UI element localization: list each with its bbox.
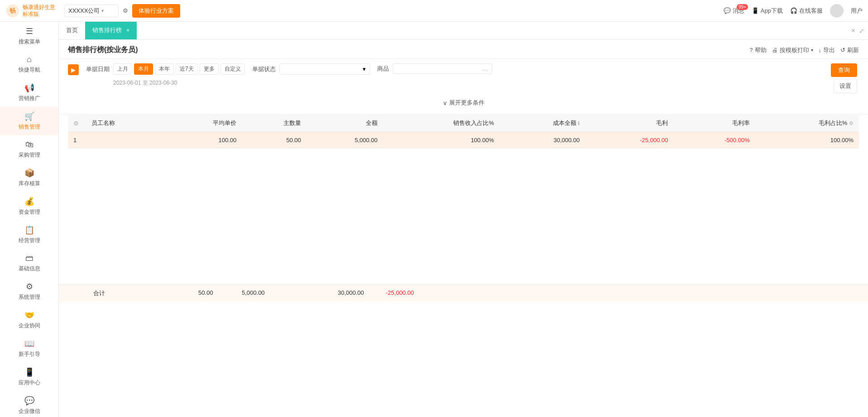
table-footer: 合计 50.00 5,000.00 30,000.00 -25,000.00 <box>59 284 868 302</box>
logo: 畅 畅康通好生意 标准版 <box>5 4 55 18</box>
expand-row: ∨ 展开更多条件 <box>68 96 859 110</box>
query-button[interactable]: 查询 <box>831 63 857 77</box>
sidebar-item-system[interactable]: ⚙ 系统管理 <box>0 277 58 306</box>
help-label: 帮助 <box>755 46 767 54</box>
sidebar-item-quick-nav[interactable]: ⌂ 快捷导航 <box>0 50 58 78</box>
expand-more-button[interactable]: ∨ 展开更多条件 <box>443 99 484 107</box>
logo-icon: 畅 <box>5 4 20 18</box>
sidebar-item-label: 营销推广 <box>19 95 40 102</box>
goods-filter-group: 商品 … <box>377 63 492 74</box>
export-icon: ↓ <box>819 47 822 53</box>
user-name: 用户 <box>851 7 863 15</box>
sidebar-item-label: 库存核算 <box>19 180 40 187</box>
sidebar-item-label: 应用中心 <box>19 379 40 387</box>
cell-gross-margin: -500.00% <box>673 132 755 149</box>
status-select[interactable]: ▾ <box>279 63 370 75</box>
export-label: 导出 <box>823 46 835 54</box>
refresh-button[interactable]: ↺ 刷新 <box>840 46 859 54</box>
chevron-down-icon: ▾ <box>101 8 104 13</box>
app-download-label: App下载 <box>761 7 783 15</box>
footer-amount: 5,000.00 <box>242 289 283 297</box>
sidebar-item-search-orders[interactable]: ☰ 搜索菜单 <box>0 22 58 50</box>
tab-bar-close-icon[interactable]: × <box>851 27 855 35</box>
table-settings-icon[interactable]: ⚙ <box>73 120 79 127</box>
sidebar-item-label: 企业微信 <box>19 407 40 415</box>
avatar <box>830 4 844 18</box>
col-quantity: 主数量 <box>242 115 307 132</box>
date-btn-this-month[interactable]: 本月 <box>134 63 153 75</box>
page-actions: ? 帮助 🖨 按模板打印 ▾ ↓ 导出 ↺ 刷新 <box>749 46 859 54</box>
guide-icon: 📖 <box>24 339 34 349</box>
company-selector[interactable]: XXXXX公司 ▾ <box>64 5 119 17</box>
col-settings: ⚙ <box>68 115 86 132</box>
cell-gp-pct: 100.00% <box>755 132 859 149</box>
sidebar-item-marketing[interactable]: 📢 营销推广 <box>0 78 58 107</box>
tab-close-icon[interactable]: × <box>126 27 129 34</box>
message-icon: 💬 <box>724 7 731 14</box>
tab-bar-expand-icon[interactable]: ⤢ <box>859 27 864 34</box>
marketing-icon: 📢 <box>24 83 34 93</box>
col-avg-price: 平均单价 <box>164 115 242 132</box>
page-content: 销售排行榜(按业务员) ? 帮助 🖨 按模板打印 ▾ ↓ 导出 <box>59 40 868 417</box>
goods-more-icon: … <box>482 65 488 72</box>
sidebar-item-finance[interactable]: 💰 资金管理 <box>0 192 58 220</box>
sidebar-item-inventory[interactable]: 📦 库存核算 <box>0 163 58 192</box>
sidebar-item-app-center[interactable]: 📱 应用中心 <box>0 363 58 391</box>
date-btn-last-month[interactable]: 上月 <box>113 63 132 75</box>
col-sales-pct: 销售收入占比% <box>383 115 499 132</box>
status-label: 单据状态 <box>252 65 276 73</box>
date-btn-7days[interactable]: 近7天 <box>176 63 198 75</box>
settings-button[interactable]: 设置 <box>834 79 857 93</box>
table-row: 1 100.00 50.00 5,000.00 100.00% 30,000.0… <box>68 132 859 149</box>
app-center-icon: 📱 <box>24 367 34 377</box>
svg-text:畅: 畅 <box>10 7 16 14</box>
footer-total-label: 合计 <box>93 289 148 297</box>
sidebar-item-sales[interactable]: 🛒 销售管理 <box>0 107 58 135</box>
online-service-label: 在线客服 <box>799 7 823 15</box>
sidebar-item-wechat[interactable]: 💬 企业微信 <box>0 391 58 417</box>
home-icon: ⌂ <box>27 55 32 64</box>
refresh-icon: ↺ <box>840 47 845 53</box>
col-cost: 成本全额 ℹ <box>499 115 585 132</box>
filter-area: ▶ 单据日期 上月 本月 本年 近7天 更多 自定义 <box>59 59 868 115</box>
logo-text: 畅康通好生意 标准版 <box>23 4 55 17</box>
print-button[interactable]: 🖨 按模板打印 ▾ <box>772 46 813 54</box>
query-settings-area: 查询 设置 <box>831 63 859 93</box>
sidebar-item-guide[interactable]: 📖 新手引导 <box>0 334 58 363</box>
messages-button[interactable]: 💬 消息 99+ <box>724 7 744 15</box>
date-btn-custom[interactable]: 自定义 <box>221 63 245 75</box>
expand-icon: ∨ <box>443 100 447 106</box>
search-orders-icon: ☰ <box>26 26 33 36</box>
tab-home[interactable]: 首页 <box>59 22 85 39</box>
company-settings-icon[interactable]: ⚙ <box>119 4 132 18</box>
sidebar-item-label: 基础信息 <box>19 265 40 273</box>
export-button[interactable]: ↓ 导出 <box>819 46 835 54</box>
footer-quantity: 50.00 <box>198 289 235 297</box>
page-title: 销售排行榜(按业务员) <box>68 45 138 55</box>
col-gross-profit: 毛利 <box>585 115 673 132</box>
sidebar-item-purchase[interactable]: 🛍 采购管理 <box>0 135 58 163</box>
app-download-button[interactable]: 📱 App下载 <box>752 7 783 15</box>
goods-input[interactable]: … <box>393 63 492 74</box>
tab-home-label: 首页 <box>66 26 78 34</box>
filter-expand-arrow[interactable]: ▶ <box>68 64 79 75</box>
date-label: 单据日期 <box>86 65 110 73</box>
purchase-icon: 🛍 <box>25 140 34 149</box>
sidebar-item-enterprise-collab[interactable]: 🤝 企业协同 <box>0 306 58 334</box>
system-icon: ⚙ <box>26 282 33 292</box>
date-btn-more[interactable]: 更多 <box>200 63 219 75</box>
print-chevron-down-icon: ▾ <box>811 48 813 53</box>
table-wrapper: ⚙ 员工名称 平均单价 主数量 全额 销售收入占比% 成本全额 ℹ 毛利 毛利率… <box>59 115 868 149</box>
cell-rank: 1 <box>68 132 86 149</box>
cell-quantity: 50.00 <box>242 132 307 149</box>
date-btn-this-year[interactable]: 本年 <box>155 63 174 75</box>
tab-sales-rank[interactable]: 销售排行榜 × <box>85 22 137 39</box>
sidebar: ☰ 搜索菜单 ⌂ 快捷导航 📢 营销推广 🛒 销售管理 🛍 采购管理 📦 库存核… <box>0 22 59 417</box>
sidebar-item-operations[interactable]: 📋 经营管理 <box>0 220 58 249</box>
trial-button[interactable]: 体验行业方案 <box>132 4 180 18</box>
cell-cost: 30,000.00 <box>499 132 585 149</box>
help-button[interactable]: ? 帮助 <box>749 46 766 54</box>
sidebar-item-base-info[interactable]: 🗃 基础信息 <box>0 249 58 277</box>
footer-cost: 30,000.00 <box>338 289 379 297</box>
online-service-button[interactable]: 🎧 在线客服 <box>790 7 823 15</box>
